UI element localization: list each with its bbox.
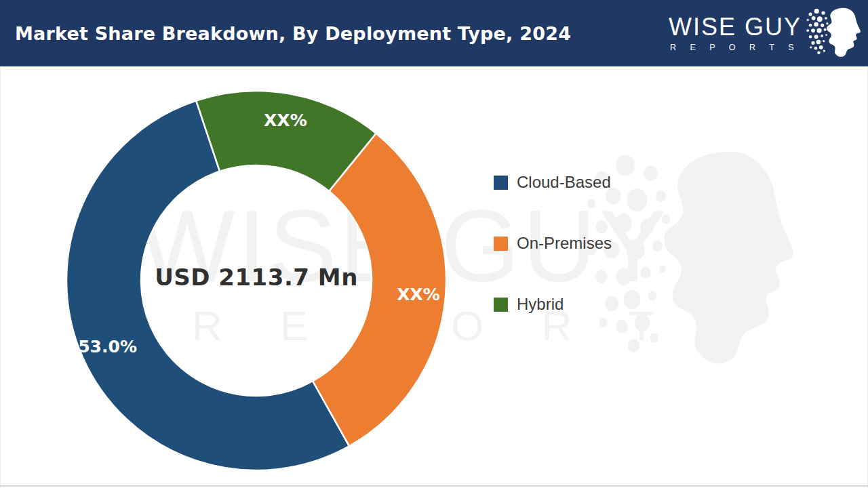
header: Market Share Breakdown, By Deployment Ty… — [0, 0, 868, 66]
slice-label: XX% — [264, 110, 307, 130]
logo-face-icon — [804, 6, 863, 60]
slice-label: 53.0% — [78, 337, 137, 357]
bottom-divider — [0, 485, 868, 487]
legend-item-on-premises: On-Premises — [494, 234, 612, 253]
legend-swatch — [494, 176, 508, 190]
legend-swatch — [494, 237, 508, 251]
legend-label: Cloud-Based — [517, 174, 611, 190]
slice-label: XX% — [397, 285, 440, 304]
chart-center-value: USD 2113.7 Mn — [127, 264, 385, 291]
legend: Cloud-BasedOn-PremisesHybrid — [494, 173, 612, 314]
logo-subtitle: R E P O R T S — [669, 43, 800, 52]
legend-item-hybrid: Hybrid — [494, 295, 612, 314]
logo-text: WISE GUY R E P O R T S — [669, 15, 802, 52]
legend-item-cloud-based: Cloud-Based — [494, 173, 612, 192]
legend-label: On-Premises — [517, 235, 612, 251]
wiseguy-logo: WISE GUY R E P O R T S — [669, 6, 863, 60]
legend-label: Hybrid — [517, 296, 564, 312]
page: Market Share Breakdown, By Deployment Ty… — [0, 0, 868, 488]
logo-wordmark: WISE GUY — [669, 15, 802, 39]
page-title: Market Share Breakdown, By Deployment Ty… — [15, 23, 571, 44]
chart-area: WISE GUY R E P O R T S 53.0%XX%XX% USD 2… — [0, 66, 868, 488]
legend-swatch — [494, 298, 508, 312]
